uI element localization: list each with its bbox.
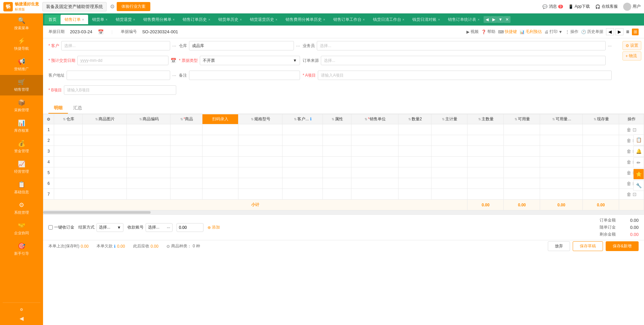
tab-close-sales-order-history[interactable]: × (208, 18, 210, 22)
tab-close-sales-slip-history[interactable]: × (240, 18, 242, 22)
tab-order-workbench[interactable]: 销售订单工作台 × (329, 15, 369, 24)
row-main-qty-3[interactable] (467, 146, 504, 157)
float-btn-5[interactable]: 🔧 (633, 180, 644, 191)
invoice-type-select[interactable]: 不开票 ▼ (200, 56, 300, 65)
row-delete-2[interactable]: 🗑 (627, 138, 631, 143)
sidebar-item-config[interactable]: ⚙ (0, 304, 43, 315)
save-new-button[interactable]: 保存&新增 (606, 241, 639, 251)
tab-sales-stats[interactable]: 销售订单统计表 × (444, 15, 484, 24)
tab-sales-order-history[interactable]: 销售订单历史 × (179, 15, 214, 24)
calendar-icon[interactable]: 📅 (98, 29, 104, 35)
warehouse-more-icon[interactable]: ··· (296, 43, 300, 48)
row-qty2-3[interactable] (398, 146, 431, 157)
system-name[interactable]: 装备及固定资产辅助管理系统 (42, 2, 107, 11)
warehouse-input[interactable] (189, 41, 294, 50)
print-dropdown-icon[interactable]: ▼ (559, 30, 563, 34)
row-delete-6[interactable]: 🗑 (627, 181, 631, 186)
table-scrollbar[interactable] (43, 210, 644, 214)
sidebar-item-collab[interactable]: 🤝 企业协同 (0, 218, 43, 239)
operation-button[interactable]: ⋮ 操作 (565, 29, 578, 35)
receipt-account-select[interactable]: 选择... ··· (146, 223, 173, 232)
sidebar-item-base[interactable]: 📋 基础信息 (0, 177, 43, 198)
th-scan[interactable]: 扫码录入 (202, 114, 238, 124)
a-project-input[interactable] (318, 71, 612, 80)
sidebar-collapse-button[interactable]: ◀ (0, 315, 43, 322)
tab-close-order-workbench[interactable]: × (363, 18, 365, 22)
row-spec-3[interactable] (238, 146, 282, 157)
row-unit-1[interactable] (351, 124, 398, 135)
sidebar-item-search[interactable]: 🔍 搜索菜单 (0, 13, 43, 34)
print-button[interactable]: 🖨 打印 ▼ (544, 29, 563, 35)
discard-button[interactable]: 放弃 (548, 241, 570, 251)
tab-home[interactable]: 首页 (44, 15, 61, 24)
row-delete-7[interactable]: 🗑 (627, 192, 631, 197)
add-button[interactable]: ⊕ 添加 (207, 225, 220, 230)
row-delete-5[interactable]: 🗑 (627, 170, 631, 175)
tab-close-return-history[interactable]: × (275, 18, 277, 22)
row-main-qty-2[interactable] (467, 135, 504, 146)
sidebar-item-guide[interactable]: 🎯 新手引导 (0, 239, 43, 259)
tab-sales-expense[interactable]: 销售费用分摊单 × (139, 15, 179, 24)
tab-close-sales-stats[interactable]: × (478, 18, 480, 22)
sidebar-item-sales[interactable]: 🛒 销售管理 (0, 75, 43, 95)
sidebar-item-finance[interactable]: 💰 资金管理 (0, 136, 43, 157)
th-settings[interactable]: ⚙ (43, 114, 54, 124)
quick-settle-checkbox[interactable] (48, 225, 53, 230)
customer-input[interactable] (61, 41, 170, 50)
sidebar-item-marketing[interactable]: 📢 营销推广 (0, 54, 43, 75)
prev-record-button[interactable]: ◀ (606, 28, 614, 35)
salesperson-more-icon[interactable]: ··· (608, 43, 612, 48)
profit-button[interactable]: 📊 毛利预估 (520, 29, 542, 35)
salesperson-input[interactable] (317, 41, 606, 50)
tab-sales-return[interactable]: 销货退货 × (112, 15, 139, 24)
row-unit-3[interactable] (351, 146, 398, 157)
row-warehouse-2[interactable] (54, 135, 83, 146)
sidebar-item-purchase[interactable]: 📦 采购管理 (0, 95, 43, 116)
row-product-3[interactable] (171, 146, 202, 157)
add-field-button[interactable]: + 物流 (622, 51, 641, 60)
save-draft-button[interactable]: 保存草稿 (573, 241, 603, 251)
message-button[interactable]: 💬 消息 9 (542, 4, 563, 9)
sidebar-item-system[interactable]: ⚙ 系统管理 (0, 198, 43, 218)
settings-button[interactable]: ⚙ 设置 (622, 41, 641, 50)
detail-tab-detail[interactable]: 明细 (48, 103, 68, 114)
row-customer-code-3[interactable] (282, 146, 323, 157)
user-button[interactable]: 用户 (623, 3, 641, 11)
tab-menu-button[interactable]: ▼ (497, 16, 504, 23)
tab-close-sales-expense[interactable]: × (173, 18, 175, 22)
row-code-2[interactable] (126, 135, 171, 146)
settings-icon[interactable]: ⚙ (110, 3, 115, 10)
row-warehouse-3[interactable] (54, 146, 83, 157)
row-code-1[interactable] (126, 124, 171, 135)
float-btn-1[interactable]: 📋 (633, 134, 644, 145)
delivery-date-input[interactable] (77, 56, 168, 65)
sidebar-item-operation[interactable]: 📈 经营管理 (0, 157, 43, 177)
row-spec-2[interactable] (238, 135, 282, 146)
tab-close-sales-slip[interactable]: × (106, 18, 108, 22)
row-qty2-2[interactable] (398, 135, 431, 146)
float-btn-2[interactable]: 🔔 (633, 146, 644, 157)
remark-input[interactable] (189, 71, 300, 80)
next-record-button[interactable]: ▶ (615, 28, 623, 35)
row-delete-1[interactable]: 🗑 (627, 127, 631, 132)
row-copy-1[interactable]: ⊡ (633, 127, 637, 132)
tab-close-all-button[interactable]: ✕ (504, 16, 510, 23)
row-unit-2[interactable] (351, 135, 398, 146)
row-product-1[interactable] (171, 124, 202, 135)
order-source-input[interactable] (321, 56, 606, 65)
address-more-icon[interactable]: ··· (172, 73, 176, 78)
row-main-qty-1[interactable] (467, 124, 504, 135)
tab-close-daily-workbench[interactable]: × (403, 18, 405, 22)
history-button[interactable]: 🕐 历史单据 (581, 29, 603, 35)
row-customer-code-1[interactable] (282, 124, 323, 135)
tab-next-button[interactable]: ▶ (490, 16, 497, 23)
sidebar-item-quicknav[interactable]: ⚡ 快捷导航 (0, 34, 43, 54)
row-delete-3[interactable]: 🗑 (627, 149, 631, 154)
row-code-3[interactable] (126, 146, 171, 157)
tab-daily-workbench[interactable]: 钱货日清工作台 × (369, 15, 409, 24)
customer-more-icon[interactable]: ··· (172, 43, 176, 48)
current-save-info-icon[interactable]: ℹ (114, 244, 116, 249)
tab-return-history[interactable]: 销货退货历史 × (246, 15, 281, 24)
tab-daily-reconcile[interactable]: 钱货日清对账 × (408, 15, 444, 24)
tab-expense-history[interactable]: 销售费用分摊单历史 × (281, 15, 329, 24)
